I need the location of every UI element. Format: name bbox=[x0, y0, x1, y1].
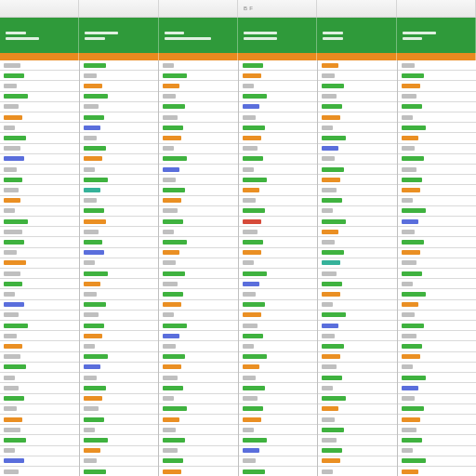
spreadsheet-grid[interactable] bbox=[0, 60, 476, 476]
cell[interactable] bbox=[80, 112, 159, 123]
cell[interactable] bbox=[159, 446, 238, 456]
cell[interactable] bbox=[80, 154, 159, 165]
cell[interactable] bbox=[159, 311, 238, 321]
cell[interactable] bbox=[159, 71, 238, 81]
cell[interactable] bbox=[80, 446, 159, 456]
cell[interactable] bbox=[159, 383, 238, 393]
cell[interactable] bbox=[0, 425, 79, 435]
cell[interactable] bbox=[80, 269, 159, 279]
cell[interactable] bbox=[318, 144, 397, 154]
cell[interactable] bbox=[318, 60, 397, 71]
cell[interactable] bbox=[159, 217, 238, 227]
header-col[interactable] bbox=[0, 18, 79, 53]
cell[interactable] bbox=[0, 446, 79, 456]
cell[interactable] bbox=[239, 341, 318, 351]
cell[interactable] bbox=[0, 81, 79, 91]
cell[interactable] bbox=[80, 456, 159, 467]
ribbon-tab[interactable] bbox=[79, 0, 158, 17]
cell[interactable] bbox=[318, 363, 397, 373]
cell[interactable] bbox=[0, 123, 79, 133]
cell[interactable] bbox=[159, 373, 238, 383]
cell[interactable] bbox=[398, 300, 477, 311]
cell[interactable] bbox=[159, 404, 238, 415]
cell[interactable] bbox=[398, 227, 477, 237]
cell[interactable] bbox=[318, 373, 397, 383]
header-col[interactable] bbox=[397, 18, 476, 53]
cell[interactable] bbox=[0, 133, 79, 143]
cell[interactable] bbox=[239, 71, 318, 81]
cell[interactable] bbox=[80, 71, 159, 81]
cell[interactable] bbox=[239, 456, 318, 467]
cell[interactable] bbox=[318, 258, 397, 269]
cell[interactable] bbox=[80, 415, 159, 425]
cell[interactable] bbox=[0, 144, 79, 154]
cell[interactable] bbox=[398, 341, 477, 351]
cell[interactable] bbox=[0, 394, 79, 404]
cell[interactable] bbox=[398, 289, 477, 299]
ribbon-tab[interactable] bbox=[0, 0, 79, 17]
cell[interactable] bbox=[398, 144, 477, 154]
cell[interactable] bbox=[239, 92, 318, 102]
cell[interactable] bbox=[80, 165, 159, 175]
cell[interactable] bbox=[159, 289, 238, 299]
cell[interactable] bbox=[0, 383, 79, 393]
cell[interactable] bbox=[159, 394, 238, 404]
cell[interactable] bbox=[159, 185, 238, 195]
cell[interactable] bbox=[398, 196, 477, 206]
cell[interactable] bbox=[239, 352, 318, 363]
cell[interactable] bbox=[80, 206, 159, 217]
cell[interactable] bbox=[0, 435, 79, 445]
cell[interactable] bbox=[318, 467, 397, 476]
cell[interactable] bbox=[318, 123, 397, 133]
cell[interactable] bbox=[239, 394, 318, 404]
cell[interactable] bbox=[159, 467, 238, 476]
cell[interactable] bbox=[159, 154, 238, 165]
cell[interactable] bbox=[318, 321, 397, 331]
cell[interactable] bbox=[0, 92, 79, 102]
cell[interactable] bbox=[159, 435, 238, 445]
cell[interactable] bbox=[239, 425, 318, 435]
cell[interactable] bbox=[398, 237, 477, 247]
cell[interactable] bbox=[159, 60, 238, 71]
cell[interactable] bbox=[318, 185, 397, 195]
cell[interactable] bbox=[239, 165, 318, 175]
cell[interactable] bbox=[398, 435, 477, 445]
cell[interactable] bbox=[0, 175, 79, 185]
cell[interactable] bbox=[0, 227, 79, 237]
cell[interactable] bbox=[80, 60, 159, 71]
cell[interactable] bbox=[239, 269, 318, 279]
cell[interactable] bbox=[398, 217, 477, 227]
cell[interactable] bbox=[0, 112, 79, 123]
cell[interactable] bbox=[239, 81, 318, 91]
cell[interactable] bbox=[80, 341, 159, 351]
cell[interactable] bbox=[318, 331, 397, 341]
cell[interactable] bbox=[159, 331, 238, 341]
cell[interactable] bbox=[0, 102, 79, 112]
cell[interactable] bbox=[239, 227, 318, 237]
cell[interactable] bbox=[398, 425, 477, 435]
cell[interactable] bbox=[398, 363, 477, 373]
cell[interactable] bbox=[159, 415, 238, 425]
cell[interactable] bbox=[239, 217, 318, 227]
cell[interactable] bbox=[159, 269, 238, 279]
cell[interactable] bbox=[80, 435, 159, 445]
cell[interactable] bbox=[318, 227, 397, 237]
cell[interactable] bbox=[318, 300, 397, 311]
cell[interactable] bbox=[0, 415, 79, 425]
cell[interactable] bbox=[80, 92, 159, 102]
cell[interactable] bbox=[318, 352, 397, 363]
cell[interactable] bbox=[318, 102, 397, 112]
cell[interactable] bbox=[398, 311, 477, 321]
cell[interactable] bbox=[398, 92, 477, 102]
cell[interactable] bbox=[239, 331, 318, 341]
cell[interactable] bbox=[0, 237, 79, 247]
cell[interactable] bbox=[0, 279, 79, 289]
cell[interactable] bbox=[398, 248, 477, 258]
cell[interactable] bbox=[398, 185, 477, 195]
cell[interactable] bbox=[80, 196, 159, 206]
cell[interactable] bbox=[159, 363, 238, 373]
cell[interactable] bbox=[80, 425, 159, 435]
cell[interactable] bbox=[239, 133, 318, 143]
cell[interactable] bbox=[239, 102, 318, 112]
cell[interactable] bbox=[0, 456, 79, 467]
